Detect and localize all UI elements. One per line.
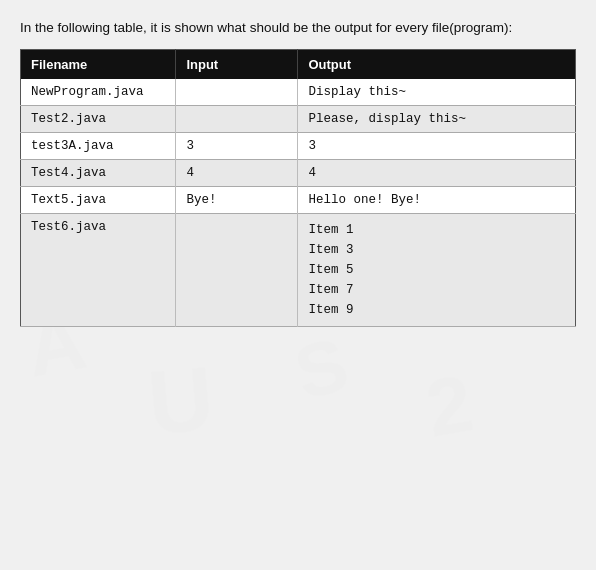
output-line: Item 5 xyxy=(308,260,565,280)
cell-output: 4 xyxy=(298,160,576,187)
cell-input: Bye! xyxy=(176,187,298,214)
header-row: Filename Input Output xyxy=(21,50,576,80)
main-content: In the following table, it is shown what… xyxy=(20,20,576,327)
table-row: Test4.java44 xyxy=(21,160,576,187)
table-row: NewProgram.javaDisplay this~ xyxy=(21,79,576,106)
table-header: Filename Input Output xyxy=(21,50,576,80)
header-input: Input xyxy=(176,50,298,80)
output-line: Item 3 xyxy=(308,240,565,260)
cell-filename: Test4.java xyxy=(21,160,176,187)
svg-text:S: S xyxy=(286,321,356,415)
svg-text:2: 2 xyxy=(420,358,479,453)
program-table: Filename Input Output NewProgram.javaDis… xyxy=(20,49,576,327)
table-row: test3A.java33 xyxy=(21,133,576,160)
intro-paragraph: In the following table, it is shown what… xyxy=(20,20,576,35)
header-output: Output xyxy=(298,50,576,80)
cell-filename: Text5.java xyxy=(21,187,176,214)
cell-input: 3 xyxy=(176,133,298,160)
cell-output: 3 xyxy=(298,133,576,160)
cell-output: Item 1Item 3Item 5Item 7Item 9 xyxy=(298,214,576,327)
table-row: Test2.javaPlease, display this~ xyxy=(21,106,576,133)
header-filename: Filename xyxy=(21,50,176,80)
svg-text:U: U xyxy=(144,348,217,453)
cell-output: Please, display this~ xyxy=(298,106,576,133)
table-body: NewProgram.javaDisplay this~Test2.javaPl… xyxy=(21,79,576,327)
cell-output: Hello one! Bye! xyxy=(298,187,576,214)
cell-filename: NewProgram.java xyxy=(21,79,176,106)
output-line: Item 7 xyxy=(308,280,565,300)
output-line: Item 1 xyxy=(308,220,565,240)
table-row: Text5.javaBye!Hello one! Bye! xyxy=(21,187,576,214)
output-line: Item 9 xyxy=(308,300,565,320)
cell-filename: Test2.java xyxy=(21,106,176,133)
cell-input xyxy=(176,79,298,106)
cell-input xyxy=(176,106,298,133)
cell-filename: test3A.java xyxy=(21,133,176,160)
cell-filename: Test6.java xyxy=(21,214,176,327)
cell-input: 4 xyxy=(176,160,298,187)
cell-input xyxy=(176,214,298,327)
cell-output: Display this~ xyxy=(298,79,576,106)
table-row: Test6.javaItem 1Item 3Item 5Item 7Item 9 xyxy=(21,214,576,327)
multiline-output: Item 1Item 3Item 5Item 7Item 9 xyxy=(308,220,565,320)
